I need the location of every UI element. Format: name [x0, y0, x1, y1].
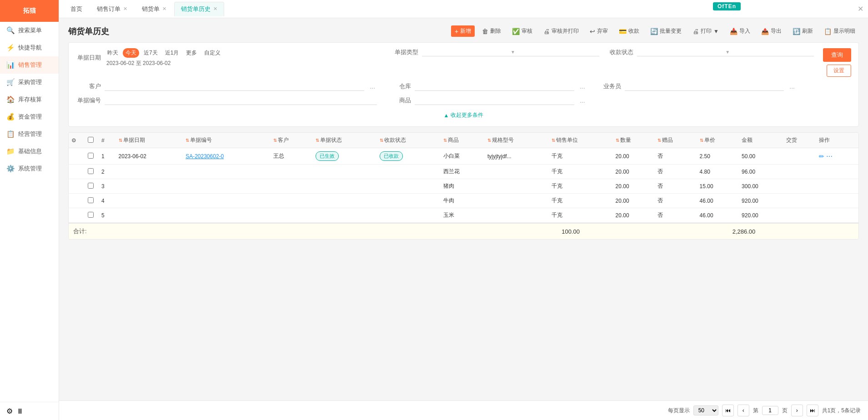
col-doc-no[interactable]: ⇅单据编号: [183, 133, 271, 148]
salesperson-dots-button[interactable]: ...: [788, 82, 797, 91]
collapse-button[interactable]: ▲ 收起更多条件: [76, 110, 851, 121]
qty-sort-icon: ⇅: [616, 138, 619, 143]
pay-status-dropdown[interactable]: ▼: [637, 48, 814, 56]
sidebar-settings-icon[interactable]: ⚙: [6, 407, 13, 415]
tab-bar-close-all[interactable]: ✕: [858, 5, 863, 13]
product-input[interactable]: [415, 95, 574, 105]
doc-no-cell[interactable]: [183, 179, 271, 194]
audit-print-button[interactable]: 🖨 审核并打印: [540, 25, 582, 37]
sidebar-item-system-mgmt[interactable]: ⚙️ 系统管理: [0, 160, 59, 177]
row-checkbox-2[interactable]: [88, 183, 94, 189]
batch-change-button[interactable]: 🔄 批量变更: [647, 25, 685, 37]
warehouse-dots-button[interactable]: ...: [578, 82, 587, 91]
sidebar-item-quick-nav[interactable]: ⚡ 快捷导航: [0, 39, 59, 56]
col-checkbox[interactable]: [85, 133, 99, 148]
date-tab-custom[interactable]: 自定义: [201, 48, 223, 58]
checkbox-cell[interactable]: [85, 208, 99, 223]
doc-no-cell[interactable]: SA-20230602-0: [183, 148, 271, 165]
doc-no-cell[interactable]: [183, 165, 271, 179]
col-customer[interactable]: ⇅客户: [271, 133, 313, 148]
tab-sales-goods-close[interactable]: ✕: [162, 6, 166, 12]
next-page-button[interactable]: ›: [791, 405, 803, 416]
date-tab-today[interactable]: 今天: [123, 48, 139, 58]
col-pay-status[interactable]: ⇅收款状态: [377, 133, 441, 148]
doc-no-cell[interactable]: [183, 208, 271, 223]
sidebar-collapse-icon[interactable]: ⏸: [16, 407, 24, 415]
sidebar-item-sales-mgmt[interactable]: 📊 销售管理: [0, 56, 59, 74]
col-doc-status[interactable]: ⇅单据状态: [313, 133, 377, 148]
select-all-checkbox[interactable]: [88, 137, 94, 143]
col-gift[interactable]: ⇅赠品: [655, 133, 697, 148]
col-qty[interactable]: ⇅数量: [613, 133, 655, 148]
action-cell[interactable]: [816, 208, 858, 223]
edit-action-0[interactable]: ✏: [819, 153, 824, 160]
audit-button[interactable]: ✅ 审核: [508, 25, 536, 37]
checkbox-cell[interactable]: [85, 194, 99, 208]
row-checkbox-4[interactable]: [88, 212, 94, 218]
page-size-select[interactable]: 50 100 200: [693, 405, 718, 415]
date-tab-1month[interactable]: 近1月: [162, 48, 182, 58]
page-number-input[interactable]: [762, 406, 778, 415]
warehouse-input[interactable]: [415, 81, 574, 91]
checkbox-cell[interactable]: [85, 165, 99, 179]
row-checkbox-1[interactable]: [88, 168, 94, 174]
doc-no-link-0[interactable]: SA-20230602-0: [186, 153, 224, 160]
collect-button[interactable]: 💳 收款: [615, 25, 643, 37]
tab-sales-history[interactable]: 销货单历史 ✕: [174, 2, 224, 16]
abandon-button[interactable]: ↩ 弃审: [586, 25, 612, 37]
last-page-button[interactable]: ⏭: [807, 405, 818, 416]
delete-button[interactable]: 🗑 删除: [478, 25, 505, 37]
doc-type-dropdown[interactable]: ▼: [422, 48, 599, 56]
col-spec[interactable]: ⇅规格型号: [485, 133, 549, 148]
sidebar-item-operations[interactable]: 📋 经营管理: [0, 125, 59, 143]
tab-sales-goods[interactable]: 销货单 ✕: [135, 2, 173, 16]
row-checkbox-0[interactable]: [88, 153, 94, 159]
product-dots-button[interactable]: ...: [578, 96, 587, 105]
date-tab-yesterday[interactable]: 昨天: [105, 48, 121, 58]
sidebar-item-label: 基础信息: [18, 147, 42, 155]
sidebar-item-finance[interactable]: 💰 资金管理: [0, 108, 59, 125]
first-page-button[interactable]: ⏮: [722, 405, 734, 416]
sidebar-item-basic-info[interactable]: 📁 基础信息: [0, 143, 59, 160]
print-button[interactable]: 🖨 打印 ▼: [689, 25, 722, 37]
action-cell[interactable]: [816, 165, 858, 179]
salesperson-input[interactable]: [625, 81, 784, 91]
tab-sales-order[interactable]: 销售订单 ✕: [90, 2, 134, 16]
col-price[interactable]: ⇅单价: [697, 133, 739, 148]
tab-sales-history-close[interactable]: ✕: [213, 6, 217, 12]
tab-sales-order-close[interactable]: ✕: [123, 6, 127, 12]
sidebar-item-purchase-mgmt[interactable]: 🛒 采购管理: [0, 74, 59, 91]
set-button[interactable]: 设置: [827, 65, 851, 77]
doc-number-input[interactable]: [105, 95, 377, 105]
settings-cell: [69, 148, 85, 165]
col-product[interactable]: ⇅商品: [441, 133, 485, 148]
col-unit[interactable]: ⇅销售单位: [549, 133, 613, 148]
date-tab-7days[interactable]: 近7天: [141, 48, 161, 58]
doc-type-label: 单据类型: [393, 48, 418, 56]
col-settings[interactable]: ⚙: [69, 133, 85, 148]
checkbox-cell[interactable]: [85, 148, 99, 165]
prev-page-button[interactable]: ‹: [738, 405, 749, 416]
action-cell[interactable]: [816, 179, 858, 194]
sidebar-item-search-menu[interactable]: 🔍 搜索菜单: [0, 22, 59, 39]
customer-dots-button[interactable]: ...: [368, 82, 377, 91]
sidebar-item-inventory[interactable]: 🏠 库存核算: [0, 91, 59, 108]
doc-no-cell[interactable]: [183, 194, 271, 208]
export-button[interactable]: 📤 导出: [758, 25, 785, 37]
refresh-button[interactable]: 🔃 刷新: [789, 25, 817, 37]
checkbox-cell[interactable]: [85, 179, 99, 194]
action-cell[interactable]: [816, 194, 858, 208]
col-date[interactable]: ⇅单据日期: [116, 133, 183, 148]
query-button[interactable]: 查询: [823, 48, 851, 62]
date-tab-more[interactable]: 更多: [183, 48, 200, 58]
add-button[interactable]: + 新增: [451, 25, 475, 37]
customer-input[interactable]: [105, 81, 364, 91]
tab-home[interactable]: 首页: [64, 2, 89, 16]
col-trade: 交货: [783, 133, 816, 148]
action-cell[interactable]: ✏⋯: [816, 148, 858, 165]
import-button[interactable]: 📥 导入: [726, 25, 754, 37]
more-action-0[interactable]: ⋯: [826, 153, 833, 160]
docno-sort-icon: ⇅: [186, 138, 189, 143]
row-checkbox-3[interactable]: [88, 197, 94, 203]
show-detail-button[interactable]: 📋 显示明细: [820, 25, 859, 37]
